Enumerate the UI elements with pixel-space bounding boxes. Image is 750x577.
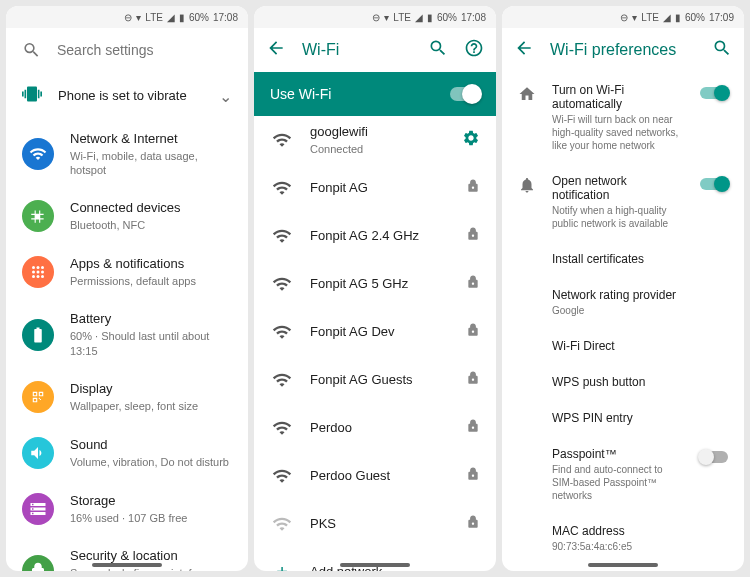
settings-screen: ⊖ ▾ LTE ◢ ▮ 60% 17:08 Phone is set to vi…: [6, 6, 248, 571]
home-icon: [518, 85, 538, 107]
toggle-switch[interactable]: [700, 87, 728, 99]
gear-icon[interactable]: [462, 129, 480, 151]
category-icon: [22, 256, 54, 288]
lock-icon: [466, 419, 480, 437]
pref-item[interactable]: Install certificates: [502, 241, 744, 277]
search-input[interactable]: [57, 42, 232, 58]
wifi-network-row[interactable]: Fonpit AG Dev: [254, 308, 496, 356]
nav-handle[interactable]: [340, 563, 410, 567]
svg-point-7: [37, 275, 40, 278]
category-icon: [22, 138, 54, 170]
battery-icon: ▮: [427, 12, 433, 23]
signal-icon: ◢: [663, 12, 671, 23]
svg-point-3: [32, 271, 35, 274]
use-wifi-switch[interactable]: [450, 87, 480, 101]
pref-item[interactable]: WPS PIN entry: [502, 400, 744, 436]
page-title: Wi-Fi: [302, 41, 412, 59]
wifi-network-row[interactable]: Fonpit AG 5 GHz: [254, 260, 496, 308]
toggle-switch[interactable]: [700, 178, 728, 190]
wifi-status-icon: ▾: [384, 12, 389, 23]
wifi-signal-icon: [270, 274, 294, 294]
wifi-signal-icon: [270, 322, 294, 342]
wifi-signal-icon: [270, 226, 294, 246]
category-icon: [22, 200, 54, 232]
status-bar: ⊖ ▾ LTE ◢ ▮ 60% 17:08: [254, 6, 496, 28]
wifi-signal-icon: [270, 466, 294, 486]
lock-icon: [466, 179, 480, 197]
pref-item[interactable]: Turn on Wi-Fi automaticallyWi-Fi will tu…: [502, 72, 744, 163]
vibrate-label: Phone is set to vibrate: [58, 88, 203, 105]
pref-item[interactable]: Wi-Fi Direct: [502, 328, 744, 364]
category-icon: [22, 381, 54, 413]
wifi-network-row[interactable]: Fonpit AG: [254, 164, 496, 212]
lock-icon: [466, 323, 480, 341]
nav-handle[interactable]: [588, 563, 658, 567]
wifi-network-row[interactable]: Perdoo: [254, 404, 496, 452]
lock-icon: [466, 275, 480, 293]
plus-icon: +: [270, 561, 294, 571]
pref-item[interactable]: Passpoint™Find and auto-connect to SIM-b…: [502, 436, 744, 513]
wifi-signal-icon: [270, 130, 294, 150]
wifi-network-row[interactable]: PKS: [254, 500, 496, 548]
search-bar[interactable]: [6, 28, 248, 72]
pref-item[interactable]: Network rating providerGoogle: [502, 277, 744, 328]
dnd-icon: ⊖: [620, 12, 628, 23]
wifi-status-icon: ▾: [632, 12, 637, 23]
settings-list: Network & InternetWi-Fi, mobile, data us…: [6, 120, 248, 571]
bell-icon: [518, 176, 538, 198]
svg-point-4: [37, 271, 40, 274]
svg-point-5: [41, 271, 44, 274]
pref-item[interactable]: Open network notificationNotify when a h…: [502, 163, 744, 241]
use-wifi-label: Use Wi-Fi: [270, 86, 331, 102]
dnd-icon: ⊖: [124, 12, 132, 23]
status-bar: ⊖ ▾ LTE ◢ ▮ 60% 17:08: [6, 6, 248, 28]
svg-point-8: [41, 275, 44, 278]
battery-label: 60%: [189, 12, 209, 23]
vibrate-icon: [22, 84, 42, 108]
wifi-network-row[interactable]: Fonpit AG Guests: [254, 356, 496, 404]
settings-item[interactable]: Apps & notificationsPermissions, default…: [6, 244, 248, 300]
wifi-network-row[interactable]: Fonpit AG 2.4 GHz: [254, 212, 496, 260]
add-network-row[interactable]: + Add network: [254, 548, 496, 571]
pref-item[interactable]: MAC address90:73:5a:4a:c6:e5: [502, 513, 744, 564]
page-title: Wi-Fi preferences: [550, 41, 696, 59]
settings-item[interactable]: Network & InternetWi-Fi, mobile, data us…: [6, 120, 248, 188]
lte-label: LTE: [145, 12, 163, 23]
wifi-connected-row[interactable]: googlewifiConnected: [254, 116, 496, 164]
app-bar: Wi-Fi preferences: [502, 28, 744, 72]
search-button[interactable]: [428, 38, 448, 62]
signal-icon: ◢: [167, 12, 175, 23]
status-bar: ⊖ ▾ LTE ◢ ▮ 60% 17:09: [502, 6, 744, 28]
category-icon: [22, 555, 54, 571]
settings-item[interactable]: Storage16% used · 107 GB free: [6, 481, 248, 537]
nav-handle[interactable]: [92, 563, 162, 567]
back-button[interactable]: [266, 38, 286, 62]
wifi-network-row[interactable]: Perdoo Guest: [254, 452, 496, 500]
vibrate-row[interactable]: Phone is set to vibrate ⌄: [6, 72, 248, 120]
lock-icon: [466, 371, 480, 389]
wifi-prefs-screen: ⊖ ▾ LTE ◢ ▮ 60% 17:09 Wi-Fi preferences …: [502, 6, 744, 571]
battery-icon: ▮: [179, 12, 185, 23]
wifi-list: googlewifiConnected Fonpit AGFonpit AG 2…: [254, 116, 496, 571]
use-wifi-toggle-row[interactable]: Use Wi-Fi: [254, 72, 496, 116]
settings-item[interactable]: DisplayWallpaper, sleep, font size: [6, 369, 248, 425]
svg-point-1: [37, 266, 40, 269]
category-icon: [22, 493, 54, 525]
lock-icon: [466, 227, 480, 245]
settings-item[interactable]: Connected devicesBluetooth, NFC: [6, 188, 248, 244]
back-button[interactable]: [514, 38, 534, 62]
wifi-signal-icon: [270, 514, 294, 534]
toggle-switch[interactable]: [700, 451, 728, 463]
settings-item[interactable]: SoundVolume, vibration, Do not disturb: [6, 425, 248, 481]
lock-icon: [466, 467, 480, 485]
search-button[interactable]: [712, 38, 732, 62]
wifi-screen: ⊖ ▾ LTE ◢ ▮ 60% 17:08 Wi-Fi Use Wi-Fi go…: [254, 6, 496, 571]
chevron-down-icon: ⌄: [219, 87, 232, 106]
app-bar: Wi-Fi: [254, 28, 496, 72]
category-icon: [22, 437, 54, 469]
help-button[interactable]: [464, 38, 484, 62]
lock-icon: [466, 515, 480, 533]
search-icon: [22, 40, 41, 60]
pref-item[interactable]: WPS push button: [502, 364, 744, 400]
settings-item[interactable]: Battery60% · Should last until about 13:…: [6, 300, 248, 368]
